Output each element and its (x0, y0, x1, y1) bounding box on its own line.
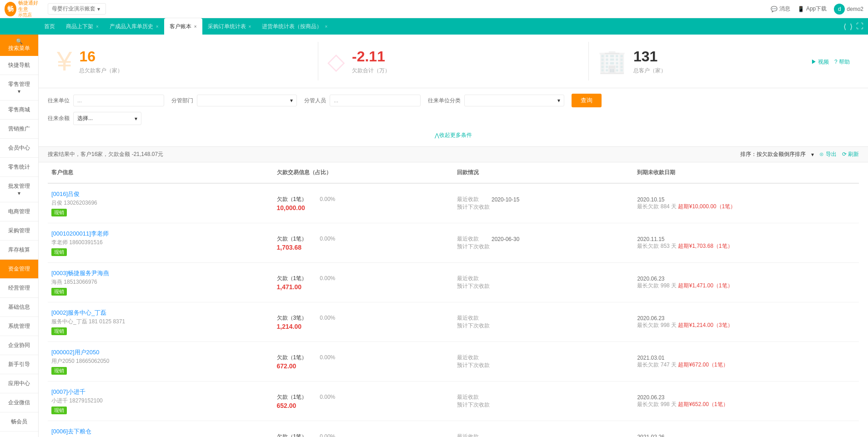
overdue-amount[interactable]: 超期¥1,471.00（1笔） (678, 282, 733, 289)
close-icon[interactable]: × (249, 24, 251, 29)
sidebar-item-quick-nav[interactable]: 快捷导航 (0, 56, 38, 75)
due-date-cell: 2021.03.01 最长欠款 747 天 超期¥672.00（1笔） (633, 353, 859, 371)
close-icon[interactable]: × (156, 24, 159, 29)
customer-name[interactable]: [000002]用户2050 (51, 348, 270, 357)
sort-chevron-icon[interactable]: ▾ (811, 151, 814, 158)
overdue-amount[interactable]: 超期¥1,214.00（3笔） (678, 322, 733, 328)
sidebar-item-app-center[interactable]: 应用中心 (0, 374, 38, 393)
collection-cell: 最近收款 预计下次收款 (453, 312, 633, 332)
sidebar-item-system[interactable]: 系统管理 (0, 317, 38, 336)
top-bar: 畅 畅捷通好生意 示范店 母婴行业演示账套 ▾ 💬 消息 📱 App下载 d d… (0, 0, 868, 18)
overdue-amount[interactable]: 超期¥672.00（1笔） (678, 362, 728, 368)
overdue-days: 最长欠款 998 天 (637, 322, 678, 328)
table-row: [0016]吕俊 吕俊 13026203696 现销 欠款（1笔） 0.00% … (48, 184, 859, 223)
sidebar-item-capital[interactable]: 资金管理 (0, 260, 38, 279)
sidebar-item-ecom[interactable]: 电商管理 (0, 202, 38, 221)
store-selector[interactable]: 母婴行业演示账套 ▾ (48, 3, 106, 15)
col-header-collection: 回款情况 (453, 167, 633, 178)
chevron-down-icon: ▾ (135, 116, 137, 122)
customer-name[interactable]: [0016]吕俊 (51, 190, 270, 198)
tab-prev-icon[interactable]: ⟨ (843, 22, 846, 31)
stat-info-total-customers: 131 总客户（家） (633, 48, 804, 75)
due-date-cell: 2020.06.23 最长欠款 998 天 超期¥1,471.00（1笔） (633, 274, 859, 291)
sidebar-search[interactable]: 🔍 搜索菜单 (0, 35, 38, 56)
due-date: 2020.11.15 (637, 236, 855, 242)
debt-count: 欠款（1笔） (277, 433, 307, 437)
from-unit-input[interactable]: ... (73, 95, 164, 106)
overdue-amount[interactable]: 超期¥652.00（1笔） (678, 401, 728, 407)
tab-product-history[interactable]: 产成品入库单历史 × (104, 18, 164, 35)
user-avatar[interactable]: d demo2 (834, 4, 863, 15)
debt-amount[interactable]: 1,214.00 (277, 323, 450, 330)
logo-area: 畅 畅捷通好生意 示范店 (5, 0, 43, 17)
collapse-btn[interactable]: ⋀ 收起更多条件 (48, 130, 859, 141)
tab-products-off[interactable]: 商品上下架 × (60, 18, 104, 35)
customer-name[interactable]: [0002]服务中心_丁磊 (51, 309, 270, 317)
customer-name[interactable]: [0006]去下粮仓 (51, 427, 270, 436)
export-btn[interactable]: ⊙ 导出 (819, 151, 836, 158)
sidebar-item-basic-info[interactable]: 基础信息 (0, 298, 38, 317)
help-btn[interactable]: ? 帮助 (834, 58, 850, 66)
unit-class-select[interactable]: ▾ (464, 95, 564, 106)
sidebar-item-member[interactable]: 会员中心 (0, 139, 38, 158)
customer-name[interactable]: [00010200011]李老师 (51, 230, 270, 238)
stat-value-total-customers: 131 (633, 48, 804, 65)
debt-amount[interactable]: 1,703.68 (277, 244, 450, 251)
avatar: d (834, 4, 845, 15)
close-icon[interactable]: × (194, 24, 197, 29)
person-input[interactable]: ... (330, 95, 421, 106)
col-header-customer: 客户信息 (48, 167, 273, 178)
debt-count: 欠款（1笔） (277, 354, 307, 362)
overdue-amount[interactable]: 超期¥1,703.68（1笔） (678, 243, 733, 249)
sidebar-item-enterprise-coop[interactable]: 企业协同 (0, 336, 38, 355)
tab-inventory-stats[interactable]: 进货单统计表（按商品） × (256, 18, 333, 35)
tab-home[interactable]: 首页 (39, 18, 60, 35)
sidebar-item-batch-mgmt[interactable]: 批发管理 ▾ (0, 177, 38, 202)
table-header: 客户信息 欠款交易信息（占比） 回款情况 到期未收款日期 (48, 162, 859, 184)
sidebar-item-retail-mall[interactable]: 零售商城 (0, 100, 38, 120)
sort-label[interactable]: 排序：按欠款金额倒序排序 (740, 151, 806, 158)
table-row: [0003]畅捷服务尹海燕 海燕 18513066976 现销 欠款（1笔） 0… (48, 263, 859, 302)
debt-amount[interactable]: 1,471.00 (277, 283, 450, 291)
chevron-down-icon: ▾ (97, 6, 100, 12)
app-download-btn[interactable]: 📱 App下载 (798, 5, 827, 13)
debt-amount[interactable]: 10,000.00 (277, 204, 450, 211)
table-container: 客户信息 欠款交易信息（占比） 回款情况 到期未收款日期 [0016]吕俊 吕俊… (39, 162, 868, 437)
customer-name[interactable]: [0003]畅捷服务尹海燕 (51, 269, 270, 277)
close-icon[interactable]: × (325, 24, 327, 29)
maximize-icon[interactable]: ⛶ (856, 22, 863, 30)
sidebar-item-retail-stats[interactable]: 零售统计 (0, 158, 38, 177)
debt-amount[interactable]: 672.00 (277, 362, 450, 370)
debt-amount[interactable]: 652.00 (277, 402, 450, 409)
sidebar-item-retail-mgmt[interactable]: 零售管理 ▾ (0, 75, 38, 100)
tab-next-icon[interactable]: ⟩ (850, 22, 853, 31)
query-button[interactable]: 查询 (572, 94, 602, 107)
yuan-icon: ¥ (57, 45, 72, 77)
close-icon[interactable]: × (96, 24, 99, 29)
collection-cell: 最近收款 2020-06-30 预计下次收款 (453, 233, 633, 252)
stat-info-debt-customers: 16 总欠款客户（家） (79, 48, 309, 75)
sidebar-item-enterprise-wechat[interactable]: 企业微信 (0, 393, 38, 412)
tab-customer-account[interactable]: 客户账本 × (164, 18, 202, 35)
refresh-btn[interactable]: ⟳ 刷新 (842, 151, 859, 158)
sidebar-item-new-guide[interactable]: 新手引导 (0, 355, 38, 374)
overdue-amount[interactable]: 超期¥10,000.00（1笔） (678, 203, 736, 210)
balance-select[interactable]: 选择... ▾ (73, 112, 141, 125)
video-btn[interactable]: ▶ 视频 (811, 58, 829, 66)
debt-ratio: 0.00% (320, 315, 335, 321)
stat-value-debt-customers: 16 (79, 48, 309, 65)
sidebar-item-purchase[interactable]: 采购管理 (0, 221, 38, 241)
customer-info-cell: [0003]畅捷服务尹海燕 海燕 18513066976 现销 (48, 267, 273, 297)
sidebar-item-inventory[interactable]: 库存核算 (0, 241, 38, 260)
customer-name[interactable]: [0007]小进千 (51, 388, 270, 396)
overdue-days: 最长欠款 998 天 (637, 282, 678, 289)
dept-select[interactable]: ▾ (197, 95, 297, 106)
sidebar-item-marketing[interactable]: 营销推广 (0, 120, 38, 139)
tab-purchase-order[interactable]: 采购订单统计表 × (202, 18, 257, 35)
debt-count: 欠款（1笔） (277, 196, 307, 203)
message-btn[interactable]: 💬 消息 (771, 5, 790, 13)
sidebar-item-operations[interactable]: 经营管理 (0, 279, 38, 298)
sidebar-item-vip[interactable]: 畅会员 (0, 412, 38, 432)
next-collection-label: 预计下次收款 (457, 401, 630, 409)
next-collection-label: 预计下次收款 (457, 203, 630, 211)
